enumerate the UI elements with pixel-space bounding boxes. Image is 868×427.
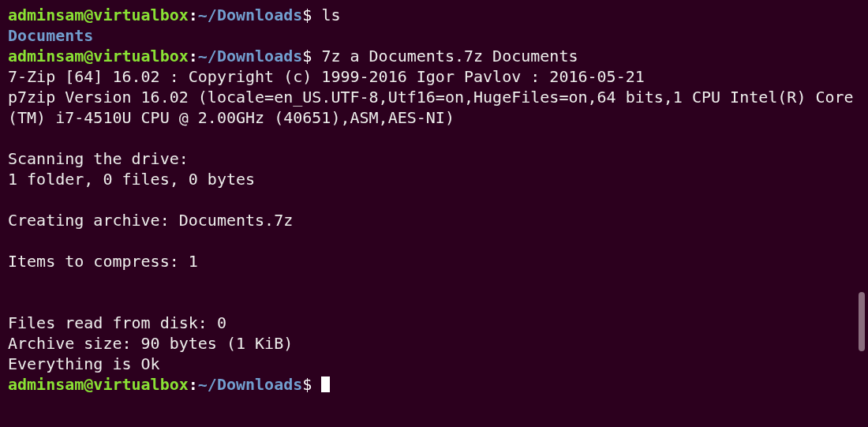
cursor-icon — [321, 376, 330, 392]
ls-output: Documents — [8, 25, 860, 46]
output-scanning: Scanning the drive: — [8, 148, 860, 169]
output-files-read: Files read from disk: 0 — [8, 313, 860, 333]
output-items: Items to compress: 1 — [8, 251, 860, 272]
prompt-dollar: $ — [302, 47, 321, 66]
prompt-path: ~/Downloads — [198, 375, 302, 394]
command-7z: 7z a Documents.7z Documents — [321, 47, 578, 66]
prompt-path: ~/Downloads — [198, 6, 302, 24]
output-blank — [8, 128, 860, 148]
terminal-output[interactable]: adminsam@virtualbox:~/Downloads$ ls Docu… — [8, 5, 860, 395]
output-creating: Creating archive: Documents.7z — [8, 210, 860, 230]
ls-directory: Documents — [8, 26, 93, 45]
prompt-line-3[interactable]: adminsam@virtualbox:~/Downloads$ — [8, 374, 860, 395]
prompt-line-1: adminsam@virtualbox:~/Downloads$ ls — [8, 5, 860, 25]
prompt-dollar: $ — [302, 6, 321, 24]
scrollbar-thumb[interactable] — [859, 292, 865, 351]
prompt-separator: : — [189, 6, 198, 24]
output-blank — [8, 189, 860, 210]
output-blank — [8, 272, 860, 292]
output-scan-result: 1 folder, 0 files, 0 bytes — [8, 169, 860, 189]
prompt-line-2: adminsam@virtualbox:~/Downloads$ 7z a Do… — [8, 46, 860, 66]
output-ok: Everything is Ok — [8, 354, 860, 374]
prompt-separator: : — [189, 47, 198, 66]
prompt-user-host: adminsam@virtualbox — [8, 47, 189, 66]
output-7zip-version: 7-Zip [64] 16.02 : Copyright (c) 1999-20… — [8, 66, 860, 87]
command-ls: ls — [321, 6, 340, 24]
prompt-user-host: adminsam@virtualbox — [8, 375, 189, 394]
prompt-separator: : — [189, 375, 198, 394]
prompt-dollar: $ — [302, 375, 321, 394]
output-blank — [8, 292, 860, 313]
output-archive-size: Archive size: 90 bytes (1 KiB) — [8, 333, 860, 354]
output-p7zip-info: p7zip Version 16.02 (locale=en_US.UTF-8,… — [8, 87, 860, 128]
output-blank — [8, 230, 860, 251]
prompt-user-host: adminsam@virtualbox — [8, 6, 189, 24]
prompt-path: ~/Downloads — [198, 47, 302, 66]
